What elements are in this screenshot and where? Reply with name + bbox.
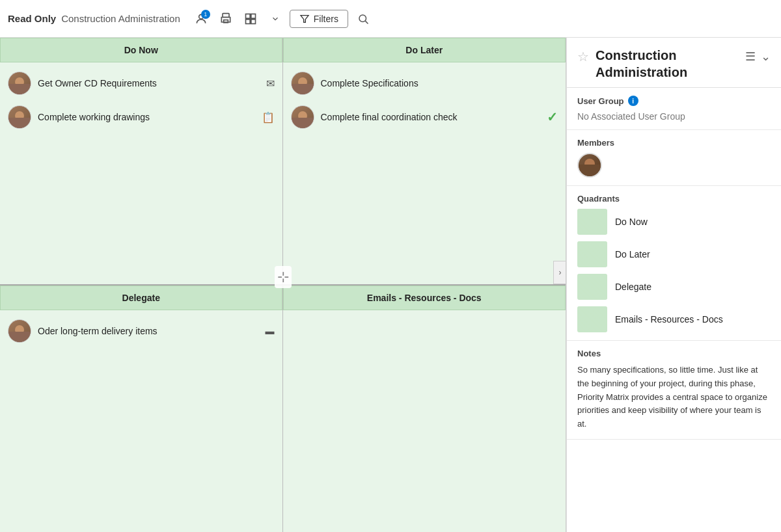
quadrant-do-later: Do Later Complete Specifications Complet… bbox=[283, 38, 566, 284]
filter-label: Filters bbox=[314, 14, 338, 24]
svg-rect-4 bbox=[251, 14, 256, 18]
task-item[interactable]: Complete final coordination check ✓ bbox=[288, 101, 561, 133]
quadrant-list-label: Emails - Resources - Docs bbox=[615, 314, 723, 325]
quadrant-icon-do-now bbox=[577, 209, 607, 235]
matrix-area: Do Now Get Owner CD Requirements ✉ Compl… bbox=[0, 38, 566, 532]
user-group-section: User Group i No Associated User Group bbox=[567, 88, 781, 130]
menu-icon[interactable]: ☰ bbox=[745, 49, 756, 64]
task-name: Oder long-term delivery items bbox=[38, 326, 259, 336]
rp-header-left: ☆ ConstructionAdministration bbox=[577, 47, 687, 81]
toolbar-icons: 1 bbox=[192, 10, 284, 28]
svg-rect-5 bbox=[245, 19, 250, 23]
main-area: Do Now Get Owner CD Requirements ✉ Compl… bbox=[0, 38, 781, 532]
members-title: Members bbox=[577, 138, 771, 148]
task-item[interactable]: Oder long-term delivery items ▬ bbox=[5, 315, 277, 347]
task-item[interactable]: Complete working drawings 📋 bbox=[5, 101, 277, 133]
svg-point-8 bbox=[359, 15, 366, 22]
bottom-quadrants: Delegate Oder long-term delivery items ▬… bbox=[0, 286, 566, 532]
quadrant-list: Do Now Do Later Delegate Emails - Resour… bbox=[577, 209, 771, 332]
member-avatar[interactable] bbox=[577, 153, 602, 178]
svg-marker-7 bbox=[301, 15, 308, 22]
quadrants-section: Quadrants Do Now Do Later Delegate Email… bbox=[567, 186, 781, 341]
svg-line-9 bbox=[365, 21, 368, 23]
quadrant-do-later-header: Do Later bbox=[283, 38, 566, 62]
avatar bbox=[8, 72, 31, 95]
card-icon: ▬ bbox=[266, 326, 275, 336]
rp-header-right: ☰ ⌄ bbox=[745, 49, 771, 64]
notes-text: So many specifications, so little time. … bbox=[577, 364, 771, 431]
read-only-badge: Read Only bbox=[8, 13, 56, 24]
quadrant-list-label: Delegate bbox=[615, 282, 651, 292]
svg-rect-6 bbox=[251, 19, 256, 23]
quadrants-title: Quadrants bbox=[577, 194, 771, 204]
right-panel: ☆ ConstructionAdministration ☰ ⌄ User Gr… bbox=[566, 38, 781, 532]
chevron-down-icon[interactable]: ⌄ bbox=[761, 49, 771, 64]
quadrant-delegate-header: Delegate bbox=[0, 286, 282, 310]
task-name: Complete working drawings bbox=[38, 112, 255, 122]
filter-button[interactable]: Filters bbox=[290, 10, 348, 28]
members-row bbox=[577, 153, 771, 178]
rp-title: ConstructionAdministration bbox=[596, 47, 687, 81]
list-item: Do Now bbox=[577, 209, 771, 235]
task-name: Complete Specifications bbox=[321, 78, 558, 88]
move-handle[interactable]: ⊹ bbox=[277, 269, 289, 286]
quadrant-do-now-header: Do Now bbox=[0, 38, 282, 62]
avatar bbox=[291, 72, 314, 95]
toolbar: Read Only Construction Administration 1 … bbox=[0, 0, 781, 38]
svg-rect-3 bbox=[245, 14, 250, 18]
chevron-down-icon[interactable] bbox=[266, 10, 284, 28]
people-icon[interactable]: 1 bbox=[192, 10, 210, 28]
matrix-wrapper: Do Now Get Owner CD Requirements ✉ Compl… bbox=[0, 38, 566, 532]
list-item: Do Later bbox=[577, 241, 771, 267]
notification-badge: 1 bbox=[201, 10, 210, 19]
quadrant-list-label: Do Now bbox=[615, 217, 648, 227]
avatar bbox=[8, 105, 31, 129]
top-quadrants: Do Now Get Owner CD Requirements ✉ Compl… bbox=[0, 38, 566, 286]
expand-arrow[interactable]: › bbox=[553, 261, 566, 284]
email-icon: ✉ bbox=[266, 77, 275, 90]
toolbar-title: Construction Administration bbox=[61, 13, 180, 24]
quadrant-emails-header: Emails - Resources - Docs bbox=[283, 286, 566, 310]
search-button[interactable] bbox=[353, 9, 373, 29]
quadrant-emails-body bbox=[283, 310, 566, 532]
grid-icon[interactable] bbox=[241, 10, 260, 28]
list-item: Delegate bbox=[577, 274, 771, 300]
task-name: Complete final coordination check bbox=[321, 112, 541, 122]
star-icon[interactable]: ☆ bbox=[577, 49, 589, 64]
quadrant-icon-emails bbox=[577, 306, 607, 332]
quadrant-do-now-body: Get Owner CD Requirements ✉ Complete wor… bbox=[0, 62, 282, 284]
check-icon: ✓ bbox=[547, 109, 558, 125]
svg-rect-2 bbox=[223, 20, 228, 22]
rp-header: ☆ ConstructionAdministration ☰ ⌄ bbox=[567, 38, 781, 88]
quadrant-icon-do-later bbox=[577, 241, 607, 267]
quadrant-do-later-body: Complete Specifications Complete final c… bbox=[283, 62, 566, 284]
info-icon[interactable]: i bbox=[628, 96, 638, 106]
toolbar-left: Read Only Construction Administration 1 … bbox=[8, 9, 773, 29]
quadrant-do-now: Do Now Get Owner CD Requirements ✉ Compl… bbox=[0, 38, 283, 284]
no-group-text: No Associated User Group bbox=[577, 111, 771, 122]
quadrant-list-label: Do Later bbox=[615, 249, 650, 259]
task-item[interactable]: Get Owner CD Requirements ✉ bbox=[5, 68, 277, 99]
svg-rect-1 bbox=[223, 13, 229, 17]
avatar bbox=[291, 105, 314, 129]
quadrant-delegate-body: Oder long-term delivery items ▬ bbox=[0, 310, 282, 532]
quadrant-delegate: Delegate Oder long-term delivery items ▬ bbox=[0, 286, 283, 532]
print-icon[interactable] bbox=[217, 10, 235, 28]
quadrant-icon-delegate bbox=[577, 274, 607, 300]
task-item[interactable]: Complete Specifications bbox=[288, 68, 561, 99]
avatar bbox=[8, 319, 31, 343]
list-item: Emails - Resources - Docs bbox=[577, 306, 771, 332]
user-group-title: User Group i bbox=[577, 96, 771, 106]
quadrant-emails: Emails - Resources - Docs bbox=[283, 286, 566, 532]
members-section: Members bbox=[567, 130, 781, 186]
notes-section: Notes So many specifications, so little … bbox=[567, 341, 781, 440]
doc-icon: 📋 bbox=[262, 111, 275, 124]
notes-title: Notes bbox=[577, 349, 771, 358]
task-name: Get Owner CD Requirements bbox=[38, 78, 260, 88]
